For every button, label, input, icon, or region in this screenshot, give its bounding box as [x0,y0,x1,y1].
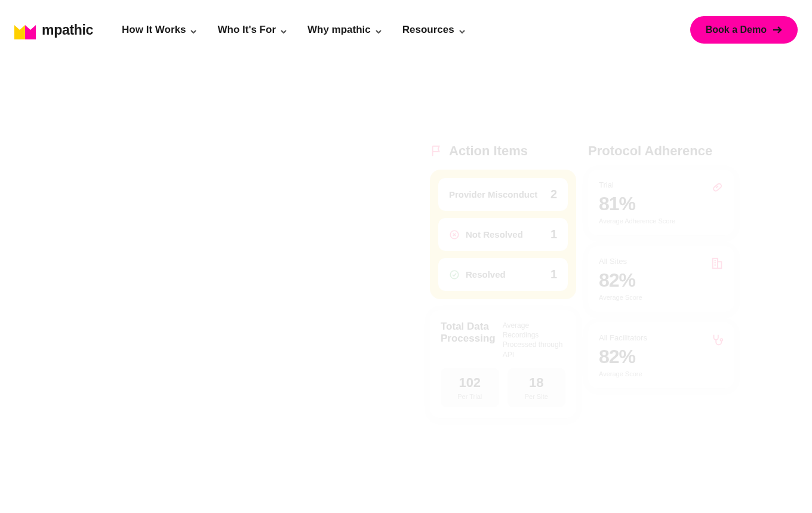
protocol-pct: 81% [599,193,675,215]
flag-icon [430,145,443,158]
nav-item-how-it-works[interactable]: How It Works [122,24,197,36]
chevron-down-icon [280,26,287,33]
action-items-card: Provider Misconduct 2 Not Resolved 1 [430,170,576,299]
action-items-title: Action Items [430,143,576,159]
protocol-info: Trial 81% Average Adherence Score [599,180,675,225]
building-icon [710,257,724,270]
action-row-left: Provider Misconduct [449,189,537,199]
nav-links: How It Works Who It's For Why mpathic Re… [122,24,466,36]
nav-item-label: Why mpathic [307,24,371,36]
protocol-heading: Protocol Adherence [588,143,712,159]
nav-bar: mpathic How It Works Who It's For Why mp… [0,0,812,60]
nav-item-resources[interactable]: Resources [402,24,466,36]
protocol-card: All Facilitators 82% Average Score [588,322,734,388]
action-row-count: 2 [550,188,557,201]
cta-label: Book a Demo [706,24,767,35]
action-row-label: Provider Misconduct [449,189,537,199]
logo-text: mpathic [42,22,93,38]
protocol-foot: Average Score [599,370,647,377]
chevron-down-icon [375,26,382,33]
protocol-foot: Average Score [599,294,642,301]
tdp-title: Total Data Processing [441,321,496,345]
protocol-info: All Sites 82% Average Score [599,257,642,301]
logo-mark-icon [14,20,36,39]
protocol-label: All Sites [599,257,642,266]
action-row: Not Resolved 1 [438,218,568,251]
protocol-card: All Sites 82% Average Score [588,246,734,312]
chevron-down-icon [190,26,197,33]
nav-item-label: Resources [402,24,454,36]
svg-rect-8 [718,262,721,268]
action-row-label: Not Resolved [466,229,523,239]
nav-item-who-its-for[interactable]: Who It's For [217,24,287,36]
action-row: Resolved 1 [438,258,568,291]
svg-line-6 [716,186,718,188]
arrow-right-icon [773,26,782,34]
check-circle-icon [449,269,460,280]
tdp-label: Per Trial [445,393,494,400]
protocol-pct: 82% [599,346,647,368]
stethoscope-icon [710,333,724,346]
action-row-left: Resolved [449,269,506,280]
protocol-pct: 82% [599,269,642,291]
action-items-heading: Action Items [449,143,528,159]
tdp-header: Total Data Processing Average Recordings… [441,321,565,360]
nav-item-label: How It Works [122,24,186,36]
protocol-info: All Facilitators 82% Average Score [599,333,647,377]
nav-item-label: Who It's For [217,24,276,36]
protocol-label: All Facilitators [599,333,647,342]
tdp-value-box: 18 Per Site [508,368,566,407]
action-row-count: 1 [550,268,557,281]
protocol-label: Trial [599,180,675,189]
protocol-foot: Average Adherence Score [599,217,675,225]
svg-point-4 [450,271,459,279]
book-demo-button[interactable]: Book a Demo [690,16,798,44]
dashboard-preview: Action Items Provider Misconduct 2 Not R… [430,143,734,418]
tdp-subtitle: Average Recordings Processed through API [503,321,565,360]
dashboard-right-col: Protocol Adherence Trial 81% Average Adh… [588,143,734,418]
tdp-values: 102 Per Trial 18 Per Site [441,368,565,407]
action-row: Provider Misconduct 2 [438,178,568,211]
pill-icon [710,180,724,193]
tdp-number: 102 [445,375,494,391]
svg-point-12 [721,339,723,341]
tdp-card: Total Data Processing Average Recordings… [430,310,576,418]
nav-item-why-mpathic[interactable]: Why mpathic [307,24,382,36]
tdp-number: 18 [512,375,561,391]
action-row-count: 1 [550,228,557,241]
tdp-value-box: 102 Per Trial [441,368,499,407]
action-row-label: Resolved [466,269,506,279]
chevron-down-icon [459,26,466,33]
protocol-title-row: Protocol Adherence [588,143,734,159]
logo[interactable]: mpathic [14,20,93,39]
x-circle-icon [449,229,460,240]
tdp-label: Per Site [512,393,561,400]
nav-left: mpathic How It Works Who It's For Why mp… [14,20,466,39]
protocol-card: Trial 81% Average Adherence Score [588,170,734,235]
dashboard-left-col: Action Items Provider Misconduct 2 Not R… [430,143,576,418]
action-row-left: Not Resolved [449,229,523,240]
